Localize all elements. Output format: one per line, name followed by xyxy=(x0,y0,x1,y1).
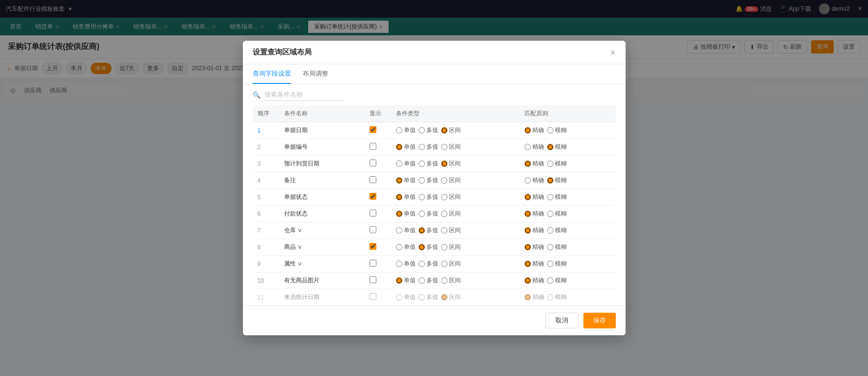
type-single-label[interactable]: 单值 xyxy=(396,276,416,285)
match-exact-radio[interactable] xyxy=(525,261,531,267)
save-button[interactable]: 保存 xyxy=(583,313,616,328)
match-exact-label[interactable]: 精确 xyxy=(525,260,544,268)
display-checkbox[interactable] xyxy=(369,176,376,183)
match-fuzzy-label[interactable]: 模糊 xyxy=(547,260,567,268)
type-multi-radio[interactable] xyxy=(419,227,425,234)
match-exact-radio[interactable] xyxy=(525,144,531,150)
match-fuzzy-label[interactable]: 模糊 xyxy=(547,243,567,251)
match-fuzzy-radio[interactable] xyxy=(547,177,553,184)
display-checkbox[interactable] xyxy=(369,160,376,166)
type-range-label[interactable]: 区间 xyxy=(441,143,461,151)
match-fuzzy-radio[interactable] xyxy=(547,244,553,250)
cell-display[interactable] xyxy=(365,222,391,239)
type-range-label[interactable]: 区间 xyxy=(441,276,461,285)
type-range-radio[interactable] xyxy=(441,227,447,234)
match-fuzzy-label[interactable]: 模糊 xyxy=(547,293,567,301)
match-exact-radio[interactable] xyxy=(525,161,531,167)
type-single-radio[interactable] xyxy=(396,211,402,217)
type-range-radio[interactable] xyxy=(441,177,447,184)
match-fuzzy-radio[interactable] xyxy=(547,144,553,150)
match-exact-radio[interactable] xyxy=(525,127,531,134)
cell-display[interactable] xyxy=(365,139,391,156)
type-single-label[interactable]: 单值 xyxy=(396,160,416,168)
type-range-label[interactable]: 区间 xyxy=(441,210,461,218)
cell-display[interactable] xyxy=(365,289,391,306)
type-single-radio[interactable] xyxy=(396,194,402,200)
type-single-radio[interactable] xyxy=(396,161,402,167)
type-multi-label[interactable]: 多值 xyxy=(419,193,438,201)
match-fuzzy-label[interactable]: 模糊 xyxy=(547,160,567,168)
type-single-label[interactable]: 单值 xyxy=(396,143,416,151)
match-fuzzy-label[interactable]: 模糊 xyxy=(547,193,567,201)
type-range-label[interactable]: 区间 xyxy=(441,160,461,168)
type-multi-radio[interactable] xyxy=(419,277,425,284)
match-exact-label[interactable]: 精确 xyxy=(525,293,544,301)
match-exact-label[interactable]: 精确 xyxy=(525,226,544,235)
type-range-label[interactable]: 区间 xyxy=(441,243,461,251)
type-multi-radio[interactable] xyxy=(419,211,425,217)
type-range-label[interactable]: 区间 xyxy=(441,260,461,268)
type-multi-radio[interactable] xyxy=(419,294,425,300)
type-single-label[interactable]: 单值 xyxy=(396,126,416,134)
type-multi-label[interactable]: 多值 xyxy=(419,143,438,151)
cell-display[interactable] xyxy=(365,156,391,172)
type-range-radio[interactable] xyxy=(441,277,447,284)
type-multi-label[interactable]: 多值 xyxy=(419,126,438,134)
match-exact-label[interactable]: 精确 xyxy=(525,276,544,285)
match-fuzzy-radio[interactable] xyxy=(547,127,553,134)
type-single-radio[interactable] xyxy=(396,144,402,150)
match-exact-label[interactable]: 精确 xyxy=(525,193,544,201)
display-checkbox[interactable] xyxy=(369,210,376,216)
type-multi-label[interactable]: 多值 xyxy=(419,243,438,251)
match-fuzzy-label[interactable]: 模糊 xyxy=(547,143,567,151)
modal-tab-layout-adjust[interactable]: 布局调整 xyxy=(303,64,328,84)
display-checkbox[interactable] xyxy=(369,260,376,267)
type-range-radio[interactable] xyxy=(441,161,447,167)
cancel-button[interactable]: 取消 xyxy=(545,313,579,328)
type-single-radio[interactable] xyxy=(396,127,402,134)
match-fuzzy-radio[interactable] xyxy=(547,277,553,284)
match-fuzzy-label[interactable]: 模糊 xyxy=(547,276,567,285)
match-exact-label[interactable]: 精确 xyxy=(525,143,544,151)
type-single-label[interactable]: 单值 xyxy=(396,193,416,201)
match-fuzzy-label[interactable]: 模糊 xyxy=(547,126,567,134)
match-exact-label[interactable]: 精确 xyxy=(525,210,544,218)
cell-display[interactable] xyxy=(365,239,391,256)
type-range-label[interactable]: 区间 xyxy=(441,193,461,201)
modal-tab-field-settings[interactable]: 查询字段设置 xyxy=(253,64,291,84)
type-multi-label[interactable]: 多值 xyxy=(419,226,438,235)
cell-display[interactable] xyxy=(365,189,391,206)
type-multi-radio[interactable] xyxy=(419,244,425,250)
modal-close-button[interactable]: × xyxy=(610,48,616,57)
match-exact-radio[interactable] xyxy=(525,277,531,284)
type-range-radio[interactable] xyxy=(441,244,447,250)
type-range-radio[interactable] xyxy=(441,211,447,217)
match-fuzzy-label[interactable]: 模糊 xyxy=(547,176,567,185)
match-fuzzy-radio[interactable] xyxy=(547,261,553,267)
type-range-radio[interactable] xyxy=(441,294,447,300)
display-checkbox[interactable] xyxy=(369,193,376,200)
display-checkbox[interactable] xyxy=(369,143,376,150)
display-checkbox[interactable] xyxy=(369,126,376,133)
type-range-radio[interactable] xyxy=(441,194,447,200)
type-range-label[interactable]: 区间 xyxy=(441,293,461,301)
type-single-label[interactable]: 单值 xyxy=(396,226,416,235)
type-multi-radio[interactable] xyxy=(419,261,425,267)
type-single-label[interactable]: 单值 xyxy=(396,176,416,185)
type-single-label[interactable]: 单值 xyxy=(396,210,416,218)
match-exact-label[interactable]: 精确 xyxy=(525,176,544,185)
match-exact-label[interactable]: 精确 xyxy=(525,243,544,251)
match-exact-label[interactable]: 精确 xyxy=(525,126,544,134)
match-fuzzy-radio[interactable] xyxy=(547,161,553,167)
match-fuzzy-label[interactable]: 模糊 xyxy=(547,210,567,218)
type-range-label[interactable]: 区间 xyxy=(441,126,461,134)
display-checkbox[interactable] xyxy=(369,243,376,250)
type-multi-label[interactable]: 多值 xyxy=(419,276,438,285)
type-multi-radio[interactable] xyxy=(419,127,425,134)
match-exact-label[interactable]: 精确 xyxy=(525,160,544,168)
type-single-label[interactable]: 单值 xyxy=(396,243,416,251)
type-multi-radio[interactable] xyxy=(419,194,425,200)
type-multi-radio[interactable] xyxy=(419,144,425,150)
match-fuzzy-radio[interactable] xyxy=(547,194,553,200)
cell-display[interactable] xyxy=(365,256,391,272)
